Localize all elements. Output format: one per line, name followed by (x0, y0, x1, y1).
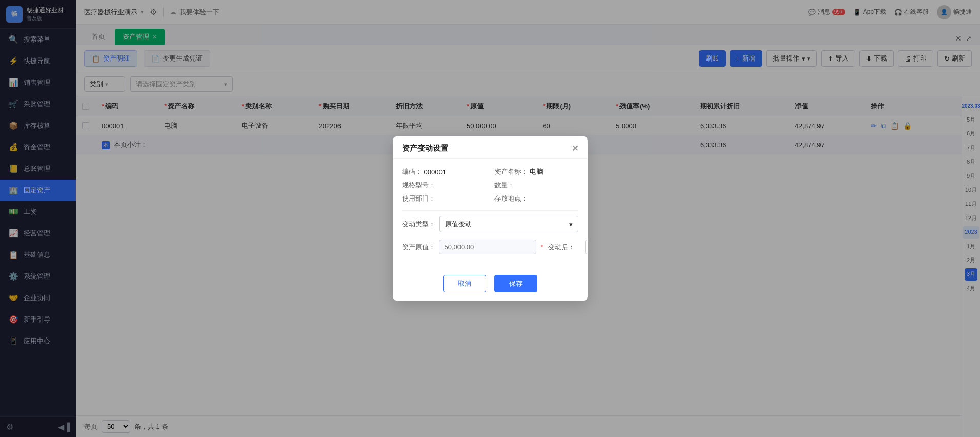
dialog-body: 编码： 000001 资产名称： 电脑 规格型号： 数量： 使用部门： (393, 159, 588, 270)
required-asterisk: * (541, 243, 543, 251)
save-button[interactable]: 保存 (494, 275, 537, 292)
after-value-input[interactable] (585, 240, 588, 254)
dialog-dept-item: 使用部门： (402, 194, 486, 203)
dialog-info-grid: 编码： 000001 资产名称： 电脑 规格型号： 数量： 使用部门： (402, 167, 578, 203)
change-type-field: 变动类型： 原值变动 ▾ (402, 216, 578, 232)
name-value: 电脑 (530, 167, 543, 176)
dialog-title: 资产变动设置 (402, 144, 448, 153)
dialog-name-item: 资产名称： 电脑 (494, 167, 578, 176)
quantity-label: 数量： (494, 181, 514, 190)
dialog-divider (402, 210, 578, 211)
asset-change-dialog: 资产变动设置 ✕ 编码： 000001 资产名称： 电脑 规格型号： 数量： (393, 136, 588, 301)
name-label: 资产名称： (494, 167, 528, 176)
dialog-close-icon[interactable]: ✕ (572, 144, 578, 153)
location-label: 存放地点： (494, 194, 528, 203)
dialog-code-item: 编码： 000001 (402, 167, 486, 176)
dialog-footer: 取消 保存 (393, 270, 588, 301)
change-type-select[interactable]: 原值变动 ▾ (439, 216, 578, 232)
dialog-overlay: 资产变动设置 ✕ 编码： 000001 资产名称： 电脑 规格型号： 数量： (0, 0, 980, 437)
after-label: 变动后： (548, 243, 581, 252)
dialog-spec-item: 规格型号： (402, 181, 486, 190)
change-type-label: 变动类型： (402, 220, 435, 229)
asset-value-label: 资产原值： (402, 243, 435, 252)
dept-label: 使用部门： (402, 194, 435, 203)
dialog-location-item: 存放地点： (494, 194, 578, 203)
asset-value-input (439, 240, 536, 254)
asset-value-field: 资产原值： * 变动后： (402, 240, 578, 254)
dialog-quantity-item: 数量： (494, 181, 578, 190)
cancel-button[interactable]: 取消 (443, 275, 486, 292)
dialog-header: 资产变动设置 ✕ (393, 136, 588, 159)
spec-label: 规格型号： (402, 181, 435, 190)
code-label: 编码： (402, 167, 422, 176)
cancel-label: 取消 (458, 280, 471, 287)
code-value: 000001 (424, 168, 446, 176)
save-label: 保存 (509, 280, 523, 287)
change-type-value: 原值变动 (445, 220, 472, 229)
change-type-chevron-icon: ▾ (569, 221, 573, 228)
